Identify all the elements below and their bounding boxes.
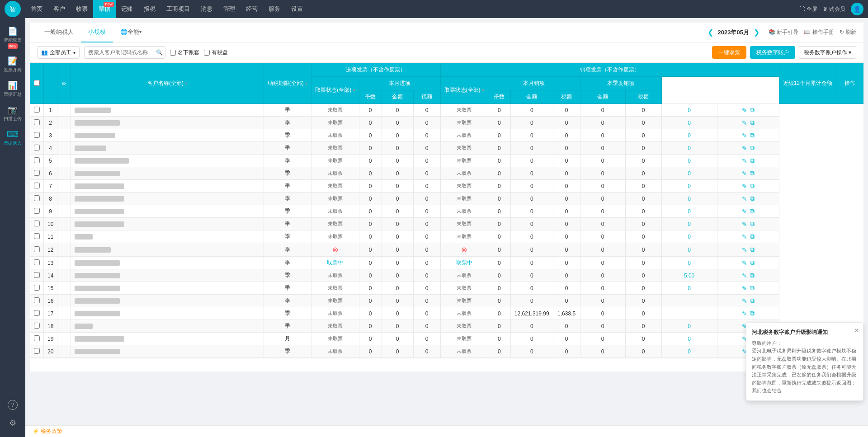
edit-icon[interactable]: ✎ [742,285,747,292]
row-checkbox[interactable] [34,272,40,278]
acc12m-link[interactable]: 0 [688,260,691,266]
sidebar-item-invoice-summary[interactable]: 📊 票据汇总 [0,77,25,101]
edit-icon[interactable]: ✎ [742,195,747,202]
row-checkbox[interactable] [34,119,40,125]
acc12m-link[interactable]: 0 [688,234,691,240]
nav-bookkeeping[interactable]: 记账 [116,0,138,18]
acc12m-link[interactable]: 0 [688,336,691,342]
nav-client[interactable]: 客户 [48,0,71,18]
row-checkbox[interactable] [34,297,40,303]
sidebar-item-issue-invoice[interactable]: 📝 发票开具 [0,52,25,77]
edit-icon[interactable]: ✎ [742,259,747,267]
membership-btn[interactable]: ♛ 购会员 [823,5,845,13]
app-logo[interactable]: 智 [5,1,21,17]
digital-account-btn[interactable]: 税务数字账户 [750,46,795,59]
edit-icon[interactable]: ✎ [742,233,747,240]
copy-icon[interactable]: ⧉ [750,169,755,177]
edit-icon[interactable]: ✎ [742,221,747,228]
tab-small-scale[interactable]: 小规模 [81,23,113,42]
edit-icon[interactable]: ✎ [742,183,747,190]
edit-icon[interactable]: ✎ [742,157,747,164]
row-checkbox[interactable] [34,323,40,329]
nav-messages[interactable]: 消息 [195,0,218,18]
period-next-btn[interactable]: ❯ [754,28,760,37]
acc12m-link[interactable]: 0 [688,120,691,126]
acc12m-link[interactable]: 0 [688,132,691,139]
acc12m-link[interactable]: 0 [688,221,691,227]
copy-icon[interactable]: ⧉ [750,297,755,305]
copy-icon[interactable]: ⧉ [750,272,755,279]
copy-icon[interactable]: ⧉ [750,220,755,228]
row-checkbox[interactable] [34,246,40,252]
sidebar-item-invoice-entry[interactable]: ⌨ 票据录入 [0,126,25,150]
copy-icon[interactable]: ⧉ [750,182,755,190]
acc12m-link[interactable]: 0 [688,107,691,113]
row-checkbox[interactable] [34,348,40,354]
nav-operations[interactable]: 经营 [241,0,263,18]
edit-icon[interactable]: ✎ [742,119,747,127]
copy-icon[interactable]: ⧉ [750,259,755,267]
nav-services[interactable]: 服务 [263,0,286,18]
acc12m-link[interactable]: 0 [688,183,691,189]
account-ops-btn[interactable]: 税务数字账户操作 ▾ [799,46,856,59]
sidebar-item-scan-upload[interactable]: 📷 扫描上传 [0,101,25,126]
edit-icon[interactable]: ✎ [742,272,747,279]
acc12m-link[interactable]: 0 [688,348,691,355]
nav-management[interactable]: 管理 [218,0,241,18]
copy-icon[interactable]: ⧉ [750,310,755,317]
row-checkbox[interactable] [34,285,40,291]
row-checkbox[interactable] [34,145,40,150]
under-name-checkbox-label[interactable]: 名下账套 [170,49,199,56]
edit-icon[interactable]: ✎ [742,297,747,305]
row-checkbox[interactable] [34,157,40,163]
row-checkbox[interactable] [34,195,40,201]
acc12m-link[interactable]: 0 [688,158,691,164]
acc12m-link[interactable]: 0 [688,170,691,177]
copy-icon[interactable]: ⧉ [750,106,755,114]
acc12m-link[interactable]: 0 [688,145,691,151]
th-in-status[interactable]: 取票状态(全部) ▾ [311,77,359,104]
nav-home[interactable]: 首页 [25,0,48,18]
edit-icon[interactable]: ✎ [742,145,747,152]
acc12m-link[interactable]: 0 [688,196,691,202]
edit-icon[interactable]: ✎ [742,208,747,215]
acc12m-link[interactable]: 0 [688,285,691,291]
row-checkbox[interactable] [34,183,40,188]
has-tax-disk-checkbox[interactable] [204,50,210,56]
nav-tax[interactable]: 报税 [138,0,161,18]
copy-icon[interactable]: ⧉ [750,119,755,127]
new-guide-btn[interactable]: 📚 新手引导 [769,28,798,36]
edit-icon[interactable]: ✎ [742,132,747,139]
acc12m-link[interactable]: 5.00 [684,273,694,279]
under-name-checkbox[interactable] [170,50,176,56]
row-checkbox[interactable] [34,310,40,316]
nav-invoice[interactable]: 票据 new [93,0,116,18]
fullscreen-btn[interactable]: ⛶ 全屏 [799,5,817,13]
copy-icon[interactable]: ⧉ [750,284,755,292]
copy-icon[interactable]: ⧉ [750,132,755,139]
period-prev-btn[interactable]: ❮ [708,28,713,37]
copy-icon[interactable]: ⧉ [750,195,755,202]
refresh-btn[interactable]: ↻ 刷新 [840,28,856,36]
notification-close-btn[interactable]: ✕ [854,325,859,335]
edit-icon[interactable]: ✎ [742,310,747,317]
row-checkbox[interactable] [34,107,40,113]
th-period[interactable]: 纳税期限(全部) ▾ [264,63,311,104]
row-checkbox[interactable] [34,233,40,239]
row-checkbox[interactable] [34,170,40,176]
acc12m-link[interactable]: 0 [688,247,691,253]
search-icon[interactable]: 🔍 [156,49,163,56]
tax-policy-link[interactable]: ⚡ 税务政策 [33,428,62,435]
edit-icon[interactable]: ✎ [742,170,747,177]
acc12m-link[interactable]: 0 [688,323,691,329]
select-all-checkbox[interactable] [34,80,40,86]
copy-icon[interactable]: ⧉ [750,144,755,152]
tab-all-capabilities[interactable]: 🌐 全能 ▾ [113,23,149,42]
th-client-name[interactable]: 客户名称(全部) ▾ [71,63,264,104]
nav-settings[interactable]: 设置 [286,0,308,18]
manual-btn[interactable]: 📖 操作手册 [804,28,834,36]
acc12m-link[interactable]: 0 [688,208,691,215]
tab-general-taxpayer[interactable]: 一般纳税人 [37,23,81,42]
user-avatar[interactable]: 👤 [851,3,863,15]
search-input[interactable] [84,46,165,59]
